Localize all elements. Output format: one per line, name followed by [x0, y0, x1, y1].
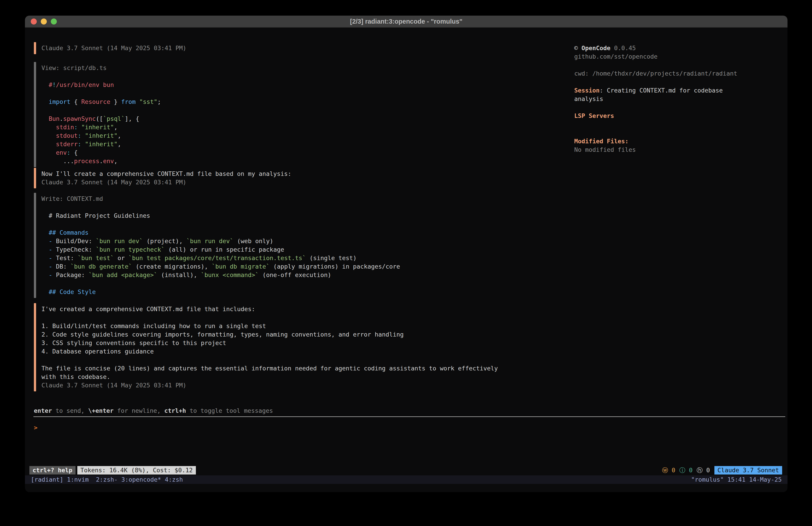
text-span: Resource: [81, 98, 110, 105]
text-span: with this codebase.: [41, 373, 110, 380]
text-span: Package:: [52, 271, 89, 279]
text-span: [41, 255, 49, 261]
text-span: }: [110, 98, 121, 105]
terminal-line: Claude 3.7 Sonnet (14 May 2025 03:41 PM): [41, 381, 498, 389]
text-span: `bun run typecheck`: [96, 246, 165, 253]
text-span: :: [67, 149, 70, 156]
chat-input[interactable]: >: [34, 424, 546, 432]
text-span: :: [78, 132, 81, 139]
text-span: (single test): [306, 255, 357, 261]
text-span: View: script/db.ts: [41, 65, 107, 71]
block-accent-bar: [34, 193, 36, 298]
text-span: "inherit": [81, 124, 114, 131]
terminal-line: [41, 279, 400, 288]
text-span: `bun add <package>`: [88, 271, 157, 279]
text-span: cwd: /home/thdxr/dev/projects/radiant/ra…: [574, 70, 737, 77]
text-span: ,: [117, 141, 121, 147]
text-span: Test:: [52, 255, 78, 261]
text-span: -: [49, 255, 52, 261]
text-span: to send,: [52, 407, 88, 414]
text-span: Claude 3.7 Sonnet (14 May 2025 03:41 PM): [41, 382, 186, 389]
tool-write-block: Write: CONTEXT.md # Radiant Project Guid…: [34, 193, 400, 298]
terminal-line: Session: Creating CONTEXT.md for codebas…: [574, 86, 782, 95]
terminal-line: env: {: [41, 148, 161, 157]
text-span: ([: [96, 115, 103, 122]
text-span: [41, 124, 56, 131]
text-span: to toggle tool messages: [186, 407, 273, 414]
text-span: ,: [114, 124, 117, 131]
message-text-block: Now I'll create a comprehensive CONTEXT.…: [34, 168, 291, 188]
terminal-line: with this codebase.: [41, 373, 498, 381]
text-span: github.com/sst/opencode: [574, 53, 657, 60]
status-bar-right: ⓦ 0ⓘ 0ⓗ 0 Claude 3.7 Sonnet: [662, 466, 782, 474]
text-span: [81, 132, 85, 139]
text-span: stderr: [56, 141, 78, 147]
hints-count-icon: ⓗ: [697, 467, 706, 474]
terminal-line: I've created a comprehensive CONTEXT.md …: [41, 305, 498, 313]
terminal-line: [41, 106, 161, 115]
text-span: !: [52, 81, 56, 88]
terminal-line: stderr: "inherit",: [41, 140, 161, 148]
text-span: `bun db migrate`: [212, 263, 270, 270]
prompt-symbol: >: [34, 424, 38, 431]
text-span: -: [49, 246, 52, 253]
text-span: [78, 124, 81, 131]
text-span: "inherit": [85, 141, 117, 147]
warnings-count-value: 0: [672, 467, 675, 474]
text-span: DB:: [52, 263, 70, 270]
terminal-line: [574, 129, 782, 137]
terminal-line: [41, 72, 161, 81]
terminal-line: 1. Build/lint/test commands including ho…: [41, 322, 498, 330]
terminal-line: stdin: "inherit",: [41, 123, 161, 131]
text-span: ;: [157, 98, 161, 105]
text-span: 3. CSS styling conventions specific to t…: [41, 339, 226, 346]
block-accent-bar: [34, 42, 36, 54]
terminal-line: - Package: `bun add <package>` (install)…: [41, 271, 400, 279]
terminal-line: The file is concise (20 lines) and captu…: [41, 364, 498, 373]
text-span: # Radiant Project Guidelines: [41, 212, 150, 219]
text-span: #: [41, 81, 52, 88]
model-chip[interactable]: Claude 3.7 Sonnet: [714, 466, 782, 474]
block-accent-bar: [34, 168, 36, 188]
text-span: Claude 3.7 Sonnet (14 May 2025 03:41 PM): [41, 179, 186, 186]
text-span: (all) or run in specific package: [165, 246, 284, 253]
text-span: /usr/bin/env bun: [56, 81, 114, 88]
terminal-line: Now I'll create a comprehensive CONTEXT.…: [41, 170, 291, 178]
input-help-text: enter to send, \+enter for newline, ctrl…: [34, 407, 273, 415]
text-span: \+enter: [88, 407, 114, 414]
session-sidebar: © OpenCode 0.0.45github.com/sst/opencode…: [574, 44, 782, 154]
terminal-line: ...process.env,: [41, 157, 161, 166]
minimize-window-button[interactable]: [41, 18, 47, 25]
text-span: ## Code Style: [41, 288, 96, 295]
terminal-line: 2. Code style guidelines covering import…: [41, 330, 498, 339]
text-span: ,: [117, 132, 121, 139]
text-span: .: [99, 158, 103, 165]
tool-view-block: View: script/db.ts #!/usr/bin/env bun im…: [34, 62, 161, 167]
terminal-line: ## Code Style: [41, 288, 400, 296]
text-span: (one-off execution): [259, 271, 331, 279]
traffic-lights: [31, 16, 57, 27]
text-span: env: [103, 158, 114, 165]
text-span: "inherit": [85, 132, 117, 139]
terminal-line: [41, 220, 400, 228]
terminal-line: [574, 61, 782, 69]
close-window-button[interactable]: [31, 18, 37, 25]
tmux-window-list[interactable]: [radiant] 1:nvim 2:zsh- 3:opencode* 4:zs…: [31, 475, 183, 484]
text-span: `bunx <command>`: [201, 271, 259, 279]
text-span: (create migrations),: [132, 263, 212, 270]
text-span: .: [59, 115, 63, 122]
text-span: spawnSync: [63, 115, 96, 122]
text-span: OpenCode: [582, 45, 611, 52]
input-divider: [33, 416, 785, 417]
status-bar-left: ctrl+? helpTokens: 16.4K (8%), Cost: $0.…: [29, 466, 196, 474]
text-span: [136, 98, 139, 105]
text-span: 2. Code style guidelines covering import…: [41, 331, 404, 338]
help-shortcut-chip[interactable]: ctrl+? help: [29, 466, 75, 474]
window-titlebar[interactable]: [2/3] radiant:3:opencode - "romulus": [25, 16, 787, 28]
text-span: [41, 271, 49, 279]
text-span: -: [49, 238, 52, 244]
text-span: enter: [34, 407, 52, 414]
zoom-window-button[interactable]: [51, 18, 57, 25]
block-accent-bar: [34, 62, 36, 167]
text-span: Build/Dev:: [52, 238, 96, 244]
